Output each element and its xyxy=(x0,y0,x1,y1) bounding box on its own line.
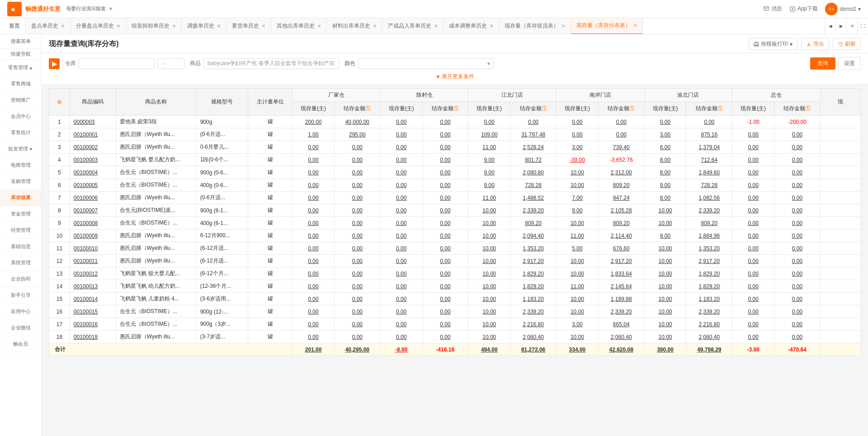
tab-xiancunliang1[interactable]: 现存量（库存状况表） ✕ xyxy=(499,18,571,34)
cell-total-qty[interactable]: 0.00 xyxy=(732,217,774,230)
warehouse-input[interactable] xyxy=(79,58,155,69)
cell-total-qty[interactable]: 0.00 xyxy=(732,280,774,293)
sidebar-item-retail-mgmt[interactable]: 零售管理 ▲ xyxy=(0,60,41,76)
cell-changjia-qty[interactable]: 1.00 xyxy=(292,128,335,141)
cell-total-amt[interactable]: 0.00 xyxy=(774,318,821,331)
cell-chencun-amt[interactable]: 0.00 xyxy=(422,166,468,179)
cell-jiangbei-qty[interactable]: 10.00 xyxy=(468,255,510,267)
cell-yubei-amt[interactable]: 2,060.40 xyxy=(686,331,732,343)
cell-chencun-amt[interactable]: 0.00 xyxy=(422,204,468,217)
cell-changjia-qty[interactable]: 0.00 xyxy=(292,192,335,204)
cell-changjia-qty[interactable]: 0.00 xyxy=(292,166,335,179)
cell-total-amt[interactable]: 0.00 xyxy=(774,141,821,154)
close-icon[interactable]: ✕ xyxy=(317,23,321,28)
query-btn[interactable]: 查询 xyxy=(810,57,835,70)
cell-total-amt[interactable]: 0.00 xyxy=(774,267,821,280)
cell-total-amt[interactable]: 0.00 xyxy=(774,280,821,293)
cell-chencun-qty[interactable]: 0.00 xyxy=(380,192,422,204)
cell-code[interactable]: 00100005 xyxy=(70,179,116,192)
sidebar-item-marketing[interactable]: 营销推广 xyxy=(0,92,41,108)
cell-changjia-qty[interactable]: 0.00 xyxy=(292,141,335,154)
cell-code[interactable]: 00100016 xyxy=(70,318,116,331)
cell-chencun-amt[interactable]: 0.00 xyxy=(422,255,468,267)
cell-yubei-amt[interactable]: 1,353.20 xyxy=(686,242,732,255)
sidebar-item-wechat[interactable]: 企业微信 xyxy=(0,320,41,336)
cell-nanan-qty[interactable]: 10.00 xyxy=(556,305,598,318)
cell-changjia-amt[interactable]: 0.00 xyxy=(334,204,380,217)
cell-changjia-amt[interactable]: 0.00 xyxy=(334,293,380,305)
cell-code[interactable]: 00100009 xyxy=(70,230,116,242)
cell-chencun-qty[interactable]: 0.00 xyxy=(380,179,422,192)
cell-yubei-amt[interactable]: 1,829.20 xyxy=(686,280,732,293)
cell-changjia-amt[interactable]: 0.00 xyxy=(334,154,380,166)
cell-jiangbei-amt[interactable]: 31,797.48 xyxy=(510,128,557,141)
cell-changjia-qty[interactable]: 0.00 xyxy=(292,217,335,230)
cell-changjia-qty[interactable]: 0.00 xyxy=(292,179,335,192)
tab-chancheng[interactable]: 产成品入库单历史 ✕ xyxy=(382,18,443,34)
cell-yubei-amt[interactable]: 712.64 xyxy=(686,154,732,166)
export-btn[interactable]: 导出 xyxy=(801,38,829,50)
cell-changjia-amt[interactable]: 40,000.00 xyxy=(334,116,380,128)
cell-chencun-qty[interactable]: 0.00 xyxy=(380,217,422,230)
close-icon[interactable]: ✕ xyxy=(561,23,565,28)
cell-jiangbei-amt[interactable]: 2,339.20 xyxy=(510,204,557,217)
cell-nanan-amt[interactable]: 809.20 xyxy=(598,179,644,192)
cell-nanan-amt[interactable]: 2,917.20 xyxy=(598,255,644,267)
sidebar-nav[interactable]: 快捷导航 xyxy=(0,49,41,60)
cell-chencun-amt[interactable]: 0.00 xyxy=(422,192,468,204)
cell-total-qty[interactable]: 0.00 xyxy=(732,128,774,141)
close-icon[interactable]: ✕ xyxy=(434,23,438,28)
cell-jiangbei-amt[interactable]: 0.00 xyxy=(510,116,557,128)
cell-total-qty[interactable]: 0.00 xyxy=(732,179,774,192)
cell-chencun-qty[interactable]: 0.00 xyxy=(380,204,422,217)
cell-nanan-amt[interactable]: 0.00 xyxy=(598,128,644,141)
cell-code[interactable]: 0000003 xyxy=(70,116,116,128)
cell-nanan-amt[interactable]: 2,339.20 xyxy=(598,305,644,318)
cell-yubei-qty[interactable]: 10.00 xyxy=(644,267,686,280)
cell-jiangbei-amt[interactable]: 2,094.40 xyxy=(510,230,557,242)
cell-yubei-qty[interactable]: 10.00 xyxy=(644,318,686,331)
cell-total-qty[interactable]: 0.00 xyxy=(732,141,774,154)
tab-chengben[interactable]: 成本调整单历史 ✕ xyxy=(443,18,499,34)
cell-yubei-qty[interactable]: 9.00 xyxy=(644,179,686,192)
cell-yubei-amt[interactable]: 1,082.56 xyxy=(686,192,732,204)
cell-chencun-amt[interactable]: 0.00 xyxy=(422,331,468,343)
cell-changjia-qty[interactable]: 0.00 xyxy=(292,331,335,343)
cell-nanan-qty[interactable]: 5.00 xyxy=(556,242,598,255)
app-download-btn[interactable]: App下载 xyxy=(789,5,818,13)
cell-yubei-amt[interactable]: 1,183.20 xyxy=(686,293,732,305)
cell-nanan-qty[interactable]: 11.00 xyxy=(556,280,598,293)
cell-total-amt[interactable]: 0.00 xyxy=(774,154,821,166)
cell-jiangbei-qty[interactable]: 9.00 xyxy=(468,179,510,192)
color-input[interactable] xyxy=(358,58,494,69)
cell-chencun-amt[interactable]: 0.00 xyxy=(422,116,468,128)
cell-yubei-qty[interactable]: 10.00 xyxy=(644,217,686,230)
cell-total-qty[interactable]: 0.00 xyxy=(732,192,774,204)
cell-total-qty[interactable]: 0.00 xyxy=(732,242,774,255)
sidebar-item-ecommerce[interactable]: 电商管理 xyxy=(0,157,41,173)
cell-chencun-qty[interactable]: 0.00 xyxy=(380,255,422,267)
cell-nanan-qty[interactable]: 10.00 xyxy=(556,267,598,280)
cell-total-amt[interactable]: 0.00 xyxy=(774,128,821,141)
cell-chencun-amt[interactable]: 0.00 xyxy=(422,230,468,242)
cell-jiangbei-qty[interactable]: 9.00 xyxy=(468,154,510,166)
tab-zuzhuang[interactable]: 组装拆卸单历史 ✕ xyxy=(126,18,182,34)
sidebar-item-enterprise[interactable]: 企业协同 xyxy=(0,271,41,287)
cell-chencun-amt[interactable]: 0.00 xyxy=(422,141,468,154)
cell-nanan-qty[interactable]: 11.00 xyxy=(556,230,598,242)
cell-changjia-amt[interactable]: 0.00 xyxy=(334,267,380,280)
filter-toggle-btn[interactable]: ▶ xyxy=(49,58,60,69)
user-menu[interactable]: Ea demo2 ▾ xyxy=(825,3,861,15)
cell-nanan-qty[interactable]: 10.00 xyxy=(556,255,598,267)
cell-total-amt[interactable]: 0.00 xyxy=(774,305,821,318)
cell-changjia-amt[interactable]: 0.00 xyxy=(334,318,380,331)
tab-expand-btn[interactable]: ⛶ xyxy=(857,18,868,34)
cell-jiangbei-qty[interactable]: 9.00 xyxy=(468,166,510,179)
sidebar-item-retail-shop[interactable]: 零售商城 xyxy=(0,76,41,92)
cell-nanan-qty[interactable]: 10.00 xyxy=(556,331,598,343)
close-icon[interactable]: ✕ xyxy=(262,23,265,28)
cell-code[interactable]: 00100010 xyxy=(70,242,116,255)
cell-chencun-amt[interactable]: 0.00 xyxy=(422,318,468,331)
cell-total-qty[interactable]: 0.00 xyxy=(732,166,774,179)
sidebar-search[interactable]: 搜索英单 xyxy=(0,34,41,49)
